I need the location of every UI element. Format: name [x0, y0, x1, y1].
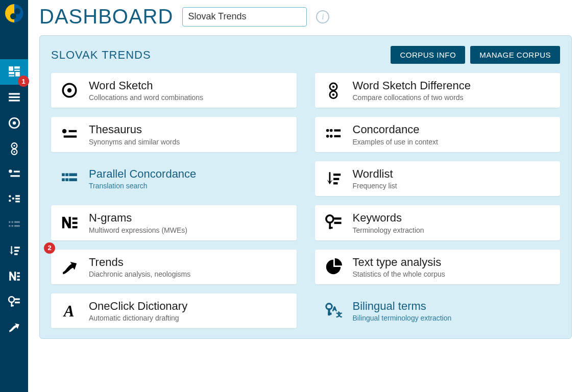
card-trends[interactable]: 2 Trends Diachronic analysis, neologisms: [51, 250, 297, 284]
svg-rect-3: [9, 72, 14, 74]
tool-grid: Word Sketch Collocations and word combin…: [51, 73, 560, 328]
svg-rect-39: [15, 299, 20, 300]
card-subtitle: Synonyms and similar words: [89, 138, 288, 146]
svg-rect-26: [14, 221, 20, 223]
svg-rect-59: [66, 174, 68, 176]
nav-concordance[interactable]: [0, 187, 28, 212]
target-icon: [8, 116, 21, 130]
svg-rect-61: [62, 179, 64, 181]
dashboard-icon: [8, 65, 21, 79]
svg-rect-17: [10, 175, 19, 177]
svg-point-70: [326, 215, 333, 223]
svg-rect-60: [69, 174, 77, 176]
nav-thesaurus[interactable]: [0, 161, 28, 187]
svg-rect-6: [9, 93, 20, 94]
translate-key-icon: A文: [323, 302, 344, 320]
svg-rect-2: [14, 70, 20, 71]
card-word-sketch-difference[interactable]: Word Sketch Difference Compare collocati…: [315, 73, 561, 108]
concordance-icon: [323, 126, 344, 143]
dashboard-panel: SLOVAK TRENDS CORPUS INFO MANAGE CORPUS …: [39, 35, 572, 339]
svg-rect-34: [17, 276, 19, 277]
svg-rect-16: [13, 171, 19, 173]
svg-rect-62: [66, 179, 68, 181]
parallel-icon: [59, 170, 80, 187]
nav-wordlist[interactable]: [0, 238, 28, 263]
svg-rect-57: [334, 135, 341, 137]
card-keywords[interactable]: Keywords Terminology extraction: [315, 205, 561, 240]
svg-rect-30: [14, 247, 20, 248]
svg-rect-1: [14, 66, 20, 68]
n-icon: [8, 270, 21, 283]
svg-point-56: [329, 135, 332, 138]
svg-rect-38: [11, 305, 13, 307]
card-subtitle: Statistics of the whole corpus: [353, 270, 552, 278]
svg-rect-7: [9, 96, 20, 98]
dot-lines-icon: [59, 126, 80, 143]
svg-point-36: [9, 297, 14, 302]
card-title: Trends: [89, 256, 288, 269]
svg-text:文: 文: [336, 311, 342, 317]
svg-point-46: [332, 86, 334, 88]
annotation-badge-1: 1: [18, 76, 29, 87]
svg-rect-72: [329, 227, 332, 229]
nav-corpus[interactable]: [0, 85, 28, 110]
svg-rect-35: [17, 279, 19, 280]
dot-lines-icon: [8, 167, 21, 181]
svg-point-19: [9, 200, 11, 202]
logo-icon[interactable]: [5, 4, 23, 22]
nav-keywords[interactable]: [0, 289, 28, 314]
list-icon: [8, 91, 21, 104]
nav-wordsketch[interactable]: [0, 110, 28, 136]
card-subtitle: Collocations and word combinations: [89, 93, 288, 102]
concordance-icon: [8, 193, 21, 206]
double-target-icon: [323, 82, 344, 99]
card-parallel-concordance[interactable]: Parallel Concordance Translation search: [51, 161, 297, 196]
card-text-type-analysis[interactable]: Text type analysis Statistics of the who…: [315, 250, 561, 284]
svg-rect-22: [15, 198, 20, 200]
svg-rect-66: [333, 182, 338, 184]
card-thesaurus[interactable]: Thesaurus Synonyms and similar words: [51, 117, 297, 152]
svg-rect-25: [11, 221, 13, 223]
card-ngrams[interactable]: N-grams Multiword expressions (MWEs): [51, 205, 297, 240]
svg-rect-29: [14, 225, 20, 227]
svg-rect-32: [14, 253, 18, 255]
search-input[interactable]: [188, 11, 306, 22]
svg-text:A: A: [63, 302, 75, 320]
nav-ngrams[interactable]: [0, 263, 28, 289]
nav-wordsketch-diff[interactable]: [0, 136, 28, 161]
svg-text:A: A: [332, 306, 336, 312]
svg-point-12: [13, 145, 15, 146]
card-subtitle: Frequency list: [353, 182, 552, 190]
corpus-info-button[interactable]: CORPUS INFO: [391, 46, 465, 64]
svg-rect-64: [333, 174, 341, 176]
manage-corpus-button[interactable]: MANAGE CORPUS: [470, 46, 560, 64]
card-title: Keywords: [353, 211, 552, 225]
corpus-search[interactable]: [182, 7, 307, 27]
nav-dashboard[interactable]: 1: [0, 59, 28, 85]
pie-icon: [323, 258, 344, 276]
card-title: Thesaurus: [89, 123, 288, 136]
card-bilingual-terms[interactable]: A文 Bilingual terms Bilingual terminology…: [315, 293, 561, 328]
card-word-sketch[interactable]: Word Sketch Collocations and word combin…: [51, 73, 297, 108]
svg-rect-8: [9, 100, 20, 101]
card-subtitle: Diachronic analysis, neologisms: [89, 270, 288, 278]
nav-parallel-concordance[interactable]: [0, 212, 28, 238]
card-wordlist[interactable]: Wordlist Frequency list: [315, 161, 561, 196]
card-subtitle: Terminology extraction: [353, 226, 552, 234]
parallel-icon: [8, 218, 21, 232]
card-oneclick-dictionary[interactable]: A OneClick Dictionary Automatic dictiona…: [51, 293, 297, 328]
svg-point-44: [67, 88, 72, 93]
card-concordance[interactable]: Concordance Examples of use in context: [315, 117, 561, 152]
main-content: DASHBOARD i SLOVAK TRENDS CORPUS INFO MA…: [28, 0, 581, 392]
svg-rect-51: [64, 135, 77, 137]
italic-a-icon: A: [59, 302, 80, 320]
svg-rect-28: [11, 225, 13, 227]
svg-rect-74: [334, 222, 341, 224]
info-icon[interactable]: i: [316, 10, 329, 23]
svg-point-15: [9, 169, 12, 173]
panel-header: SLOVAK TRENDS CORPUS INFO MANAGE CORPUS: [51, 46, 560, 64]
svg-point-55: [326, 135, 329, 138]
nav-trends[interactable]: [0, 314, 28, 340]
svg-rect-21: [15, 195, 20, 197]
svg-point-18: [9, 195, 11, 197]
